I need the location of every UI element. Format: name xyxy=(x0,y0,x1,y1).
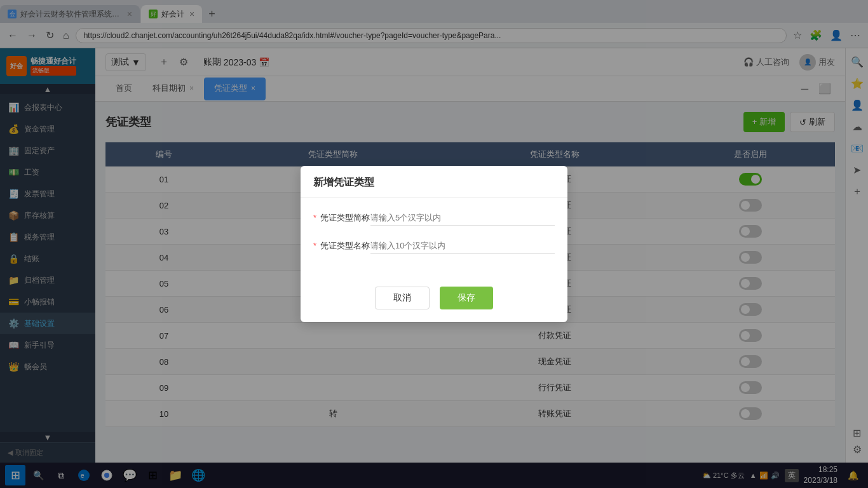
label-text-abbr: 凭证类型简称 xyxy=(320,213,370,222)
form-label-name: * 凭证类型名称 xyxy=(313,240,370,252)
save-button[interactable]: 保存 xyxy=(440,287,493,309)
voucher-name-input[interactable] xyxy=(370,238,555,254)
modal-header: 新增凭证类型 xyxy=(301,166,567,198)
modal-overlay: 新增凭证类型 * 凭证类型简称 * 凭证类型名称 取消 保存 xyxy=(0,0,868,488)
modal-title: 新增凭证类型 xyxy=(313,177,374,187)
modal-footer: 取消 保存 xyxy=(301,279,567,322)
cancel-button[interactable]: 取消 xyxy=(375,287,430,309)
add-voucher-type-modal: 新增凭证类型 * 凭证类型简称 * 凭证类型名称 取消 保存 xyxy=(301,166,567,322)
modal-body: * 凭证类型简称 * 凭证类型名称 xyxy=(301,198,567,279)
form-row-name: * 凭证类型名称 xyxy=(313,238,555,254)
label-text-name: 凭证类型名称 xyxy=(320,241,370,250)
required-star-name: * xyxy=(313,241,316,250)
required-star-abbr: * xyxy=(313,213,316,222)
form-label-abbr: * 凭证类型简称 xyxy=(313,212,370,224)
form-row-abbr: * 凭证类型简称 xyxy=(313,210,555,226)
voucher-abbr-input[interactable] xyxy=(370,210,555,226)
